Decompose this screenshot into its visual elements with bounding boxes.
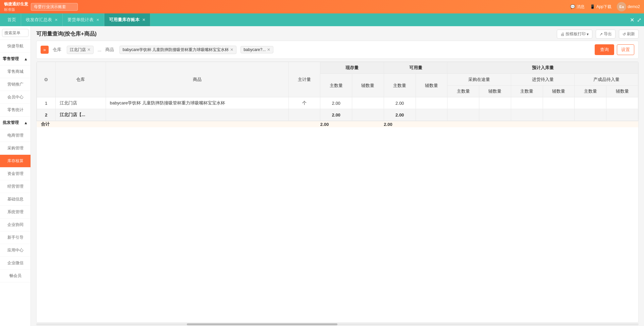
product-tag1-remove[interactable]: ✕ bbox=[230, 47, 233, 52]
warehouse-more[interactable]: ... bbox=[98, 47, 102, 52]
product-label: 商品 bbox=[105, 47, 114, 53]
row2-avail-main: 2.00 bbox=[384, 109, 416, 121]
col-main-unit: 主计量 bbox=[288, 62, 320, 97]
footer-pp-main bbox=[575, 121, 606, 127]
filter-row: » 仓库 江北门店 ✕ ... 商品 babycare学饮杯 儿童防摔防撞吸管杯… bbox=[36, 41, 639, 59]
sidebar-item-ops-mgmt[interactable]: 经营管理 bbox=[0, 180, 31, 193]
row1-current-main: 2.00 bbox=[320, 97, 352, 109]
sidebar-item-purchase-mgmt[interactable]: 采购管理 bbox=[0, 142, 31, 155]
tab-order-label: 要货单统计表 bbox=[67, 17, 94, 23]
sidebar-item-ecom-mgmt[interactable]: 电商管理 bbox=[0, 129, 31, 142]
tab-order[interactable]: 要货单统计表 ✕ bbox=[63, 13, 104, 26]
scroll-indicator[interactable] bbox=[36, 323, 639, 325]
product-tag1[interactable]: babycare学饮杯 儿童防摔防撞吸管杯重力球吸嘴杯宝宝水杯 ✕ bbox=[119, 46, 236, 54]
col-gear[interactable]: ⚙ bbox=[37, 62, 56, 97]
footer-avail-aux bbox=[416, 121, 447, 127]
sidebar-item-basic-info[interactable]: 基础信息 bbox=[0, 193, 31, 206]
tab-inventory-close[interactable]: ✕ bbox=[142, 18, 145, 22]
tab-close-all[interactable]: ✕ bbox=[630, 17, 634, 23]
sidebar-item-quick-nav[interactable]: 快捷导航 bbox=[0, 40, 31, 53]
tab-receivable[interactable]: 收发存汇总表 ✕ bbox=[21, 13, 63, 26]
message-icon: 💬 bbox=[570, 4, 575, 9]
tab-receivable-close[interactable]: ✕ bbox=[55, 18, 58, 22]
account-dropdown[interactable]: 母婴行业演示账套 bbox=[31, 3, 78, 11]
sidebar-item-marketing[interactable]: 营销推广 bbox=[0, 78, 31, 91]
sidebar-item-member-center[interactable]: 会员中心 bbox=[0, 91, 31, 104]
product-tag2-remove[interactable]: ✕ bbox=[267, 47, 270, 52]
sidebar-item-sys-mgmt[interactable]: 系统管理 bbox=[0, 206, 31, 219]
refresh-icon: ↺ bbox=[623, 32, 626, 37]
sidebar-item-enterprise-collab[interactable]: 企业协同 bbox=[0, 219, 31, 231]
col-incoming-pending: 进货待入量 bbox=[511, 74, 575, 86]
sidebar-item-inventory-mgmt[interactable]: 库存核算 bbox=[0, 155, 31, 168]
row1-pp-aux bbox=[606, 97, 638, 109]
row1-ip-aux bbox=[543, 97, 575, 109]
row1-unit: 个 bbox=[288, 97, 320, 109]
inventory-table: ⚙ 仓库 商品 主计量 现存量 可用量 预计入库量 主数量 辅数量 主数量 辅数… bbox=[37, 62, 638, 127]
col-purchase-main: 主数量 bbox=[447, 86, 479, 97]
row2-pp-aux bbox=[606, 109, 638, 121]
search-input[interactable] bbox=[2, 29, 29, 37]
print-btn[interactable]: 🖨 按模板打印 ▾ bbox=[557, 30, 592, 39]
chevron-icon: ▲ bbox=[24, 57, 28, 61]
tab-order-close[interactable]: ✕ bbox=[96, 18, 99, 22]
warehouse-tag[interactable]: 江北门店 ✕ bbox=[67, 46, 94, 54]
download-icon: 📱 bbox=[590, 4, 595, 9]
row1-warehouse: 江北门店 bbox=[56, 97, 106, 109]
sidebar-item-finance-mgmt[interactable]: 资金管理 bbox=[0, 168, 31, 180]
warehouse-label: 仓库 bbox=[53, 47, 61, 53]
sidebar: 快捷导航 零售管理 ▲ 零售商城 营销推广 会员中心 零售统计 批发管理 ▲ 电… bbox=[0, 26, 31, 326]
export-btn[interactable]: ↗ 导出 bbox=[596, 30, 615, 39]
row2-index: 2 bbox=[37, 109, 56, 121]
warehouse-tag-remove[interactable]: ✕ bbox=[87, 47, 91, 52]
row1-pt-main bbox=[447, 97, 479, 109]
table-container[interactable]: ⚙ 仓库 商品 主计量 现存量 可用量 预计入库量 主数量 辅数量 主数量 辅数… bbox=[36, 61, 639, 323]
sidebar-item-wholesale-mgmt[interactable]: 批发管理 ▲ bbox=[0, 117, 31, 129]
tab-inventory-label: 可用量库存账本 bbox=[109, 17, 140, 23]
logo: 畅捷通好生意 标准版 bbox=[4, 1, 28, 12]
col-product-aux: 辅数量 bbox=[606, 86, 638, 97]
message-btn[interactable]: 💬 消息 bbox=[570, 4, 585, 10]
user-profile[interactable]: Ea demo2 bbox=[617, 2, 640, 11]
row2-pt-main bbox=[447, 109, 479, 121]
refresh-btn[interactable]: ↺ 刷新 bbox=[619, 30, 639, 39]
footer-ip-aux bbox=[543, 121, 575, 127]
row1-index: 1 bbox=[37, 97, 56, 109]
table-footer-row: 合计 2.00 2.00 bbox=[37, 121, 638, 127]
sidebar-search-container bbox=[0, 26, 31, 40]
app-download-btn[interactable]: 📱 App下载 bbox=[590, 4, 611, 10]
sidebar-item-app-center[interactable]: 应用中心 bbox=[0, 244, 31, 257]
row1-ip-main bbox=[511, 97, 543, 109]
logo-sub: 标准版 bbox=[4, 7, 28, 12]
row2-pt-aux bbox=[479, 109, 511, 121]
tab-home[interactable]: 首页 bbox=[3, 13, 21, 26]
col-avail-aux: 辅数量 bbox=[416, 74, 447, 97]
print-icon: 🖨 bbox=[560, 32, 565, 37]
col-product-main: 主数量 bbox=[575, 86, 606, 97]
row1-product: babycare学饮杯 儿童防摔防撞吸管杯重力球吸嘴杯宝宝水杯 bbox=[106, 97, 288, 109]
query-button[interactable]: 查询 bbox=[595, 44, 614, 55]
footer-pp-aux bbox=[606, 121, 638, 127]
col-current-aux: 辅数量 bbox=[352, 74, 384, 97]
row1-pp-main bbox=[575, 97, 606, 109]
product-tag2[interactable]: babycare?... ✕ bbox=[240, 46, 273, 53]
footer-pt-aux bbox=[479, 121, 511, 127]
col-purchase-aux: 辅数量 bbox=[479, 86, 511, 97]
sidebar-item-enterprise-wechat[interactable]: 企业微信 bbox=[0, 257, 31, 270]
row1-avail-aux bbox=[416, 97, 447, 109]
scroll-thumb bbox=[187, 323, 337, 325]
setting-button[interactable]: 设置 bbox=[617, 44, 634, 55]
col-incoming-aux: 辅数量 bbox=[543, 86, 575, 97]
sidebar-item-retail-stats[interactable]: 零售统计 bbox=[0, 104, 31, 117]
sidebar-item-retail-mgmt[interactable]: 零售管理 ▲ bbox=[0, 53, 31, 65]
header-left: 畅捷通好生意 标准版 母婴行业演示账套 bbox=[4, 1, 78, 12]
sidebar-item-member[interactable]: 畅会员 bbox=[0, 270, 31, 282]
page-actions: 🖨 按模板打印 ▾ ↗ 导出 ↺ 刷新 bbox=[557, 30, 639, 39]
sidebar-item-new-guide[interactable]: 新手引导 bbox=[0, 231, 31, 244]
col-planned-inbound: 预计入库量 bbox=[447, 62, 638, 74]
row2-ip-main bbox=[511, 109, 543, 121]
tab-inventory[interactable]: 可用量库存账本 ✕ bbox=[104, 13, 150, 26]
tab-expand[interactable]: ⤢ bbox=[637, 17, 641, 23]
sidebar-item-retail-store[interactable]: 零售商城 bbox=[0, 65, 31, 78]
filter-toggle-btn[interactable]: » bbox=[41, 46, 49, 54]
